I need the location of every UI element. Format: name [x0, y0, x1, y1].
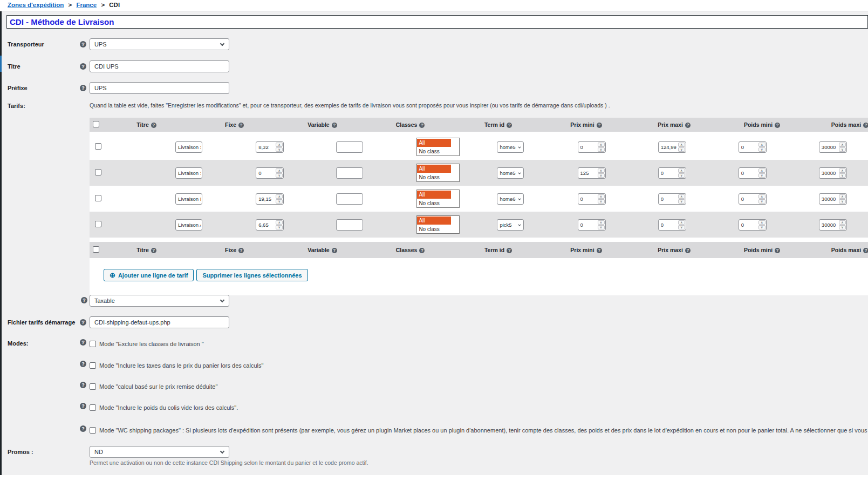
column-help-icon[interactable] [151, 123, 156, 128]
row-prix-maxi-input[interactable]: 0 [658, 193, 686, 205]
spin-down-icon[interactable] [758, 199, 766, 204]
spin-up-icon[interactable] [678, 143, 685, 147]
row-titre-input[interactable]: Livraison Acc [175, 219, 202, 231]
row-poids-mini-input[interactable]: 0 [739, 219, 767, 231]
spin-down-icon[interactable] [598, 199, 605, 204]
row-poids-mini-input[interactable]: 0 [739, 167, 767, 179]
row-checkbox[interactable] [95, 143, 101, 150]
prefixe-input[interactable]: UPS [90, 82, 229, 94]
mode-help-icon[interactable] [80, 382, 86, 388]
classes-option-all[interactable]: All [417, 190, 459, 199]
spin-down-icon[interactable] [839, 173, 846, 178]
spin-up-icon[interactable] [276, 220, 283, 225]
spin-up-icon[interactable] [678, 194, 685, 199]
row-titre-input[interactable]: Livraison Sta [175, 141, 202, 153]
spin-down-icon[interactable] [276, 199, 283, 204]
admin-menu-strip[interactable] [0, 11, 2, 475]
titre-help-icon[interactable] [80, 63, 86, 70]
row-variable-input[interactable] [336, 219, 363, 231]
column-help-icon[interactable] [419, 248, 425, 253]
classes-option-all[interactable]: All [417, 164, 459, 173]
column-help-icon[interactable] [238, 248, 244, 253]
mode-checkbox[interactable] [90, 427, 96, 434]
row-poids-maxi-input[interactable]: 30000 [819, 141, 847, 153]
titre-input[interactable]: CDI UPS [90, 60, 229, 72]
row-poids-mini-input[interactable]: 0 [739, 141, 767, 153]
row-variable-input[interactable] [336, 141, 363, 153]
row-term-id-select[interactable]: pick5 [497, 219, 524, 231]
column-help-icon[interactable] [685, 248, 691, 253]
spin-up-icon[interactable] [598, 194, 605, 199]
mode-help-icon[interactable] [80, 361, 86, 367]
spin-down-icon[interactable] [678, 199, 685, 204]
classes-option-all[interactable]: All [417, 138, 459, 147]
row-variable-input[interactable] [336, 193, 363, 205]
select-all-checkbox[interactable] [93, 121, 99, 127]
spin-down-icon[interactable] [276, 173, 283, 178]
column-help-icon[interactable] [238, 123, 244, 128]
classes-option-all[interactable]: All [417, 216, 459, 225]
column-help-icon[interactable] [685, 123, 691, 128]
spin-up-icon[interactable] [839, 168, 846, 173]
fichier-tarifs-input[interactable]: CDI-shipping-defaut-ups.php [90, 316, 229, 328]
column-help-icon[interactable] [507, 123, 512, 128]
spin-down-icon[interactable] [678, 225, 685, 229]
spin-up-icon[interactable] [758, 168, 766, 173]
row-fixe-input[interactable]: 0 [256, 167, 284, 179]
classes-option-no-class[interactable]: No class [417, 199, 459, 208]
mode-checkbox[interactable] [90, 383, 96, 390]
spin-down-icon[interactable] [678, 147, 685, 152]
classes-listbox[interactable]: All No class [416, 138, 460, 156]
classes-option-no-class[interactable]: No class [417, 225, 459, 234]
mode-checkbox[interactable] [90, 362, 96, 369]
mode-help-icon[interactable] [80, 425, 86, 432]
row-poids-maxi-input[interactable]: 30000 [819, 167, 847, 179]
column-help-icon[interactable] [332, 248, 337, 253]
select-all-checkbox[interactable] [93, 246, 99, 253]
tax-status-select[interactable]: Taxable [90, 295, 229, 307]
row-titre-input[interactable]: Livraison Exp [175, 193, 202, 205]
promos-select[interactable]: ND [90, 446, 229, 458]
spin-up-icon[interactable] [276, 143, 283, 147]
spin-down-icon[interactable] [758, 225, 766, 229]
row-term-id-select[interactable]: home5 [497, 167, 524, 179]
spin-down-icon[interactable] [758, 147, 766, 152]
admin-menu-active-item[interactable] [0, 56, 2, 72]
row-poids-maxi-input[interactable]: 30000 [819, 193, 847, 205]
spin-down-icon[interactable] [758, 173, 766, 178]
mode-checkbox[interactable] [90, 404, 96, 411]
column-help-icon[interactable] [151, 248, 156, 253]
row-prix-mini-input[interactable]: 0 [578, 193, 606, 205]
row-fixe-input[interactable]: 6,65 [256, 219, 284, 231]
transporteur-help-icon[interactable] [80, 41, 86, 48]
prefixe-help-icon[interactable] [80, 85, 86, 91]
row-prix-mini-input[interactable]: 0 [578, 141, 606, 153]
spin-up-icon[interactable] [839, 194, 846, 199]
spin-down-icon[interactable] [839, 225, 846, 229]
spin-up-icon[interactable] [758, 220, 766, 225]
spin-up-icon[interactable] [276, 168, 283, 173]
breadcrumb-link-france[interactable]: France [76, 2, 97, 8]
spin-up-icon[interactable] [276, 194, 283, 199]
spin-up-icon[interactable] [598, 168, 605, 173]
row-term-id-select[interactable]: home6 [497, 193, 524, 205]
row-checkbox[interactable] [95, 169, 101, 175]
spin-down-icon[interactable] [276, 147, 283, 152]
transporteur-select[interactable]: UPS [90, 38, 229, 50]
tax-status-help-icon[interactable] [81, 297, 87, 303]
column-help-icon[interactable] [863, 248, 868, 253]
row-term-id-select[interactable]: home5 [497, 141, 524, 153]
row-titre-input[interactable]: Livraison Sta [175, 167, 202, 179]
column-help-icon[interactable] [507, 248, 512, 253]
column-help-icon[interactable] [775, 248, 780, 253]
row-poids-maxi-input[interactable]: 30000 [819, 219, 847, 231]
spin-down-icon[interactable] [839, 199, 846, 204]
mode-help-icon[interactable] [80, 339, 86, 346]
spin-down-icon[interactable] [598, 147, 605, 152]
spin-up-icon[interactable] [678, 168, 685, 173]
row-checkbox[interactable] [95, 221, 101, 227]
row-prix-maxi-input[interactable]: 0 [658, 219, 686, 231]
breadcrumb-link-zones-expedition[interactable]: Zones d'expédition [8, 2, 64, 8]
spin-up-icon[interactable] [598, 143, 605, 147]
column-help-icon[interactable] [419, 123, 425, 128]
